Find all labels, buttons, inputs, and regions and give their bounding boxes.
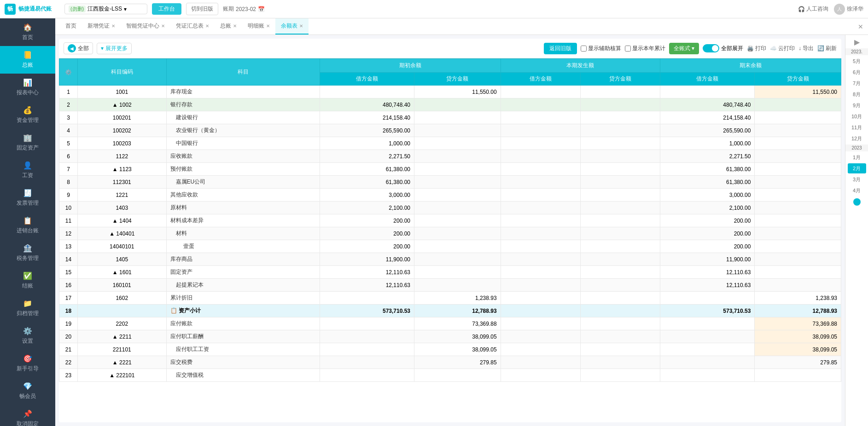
account-name-link[interactable]: 固定资产 [170, 269, 192, 275]
sidebar-item-purchase[interactable]: 📋 进销台账 [0, 212, 55, 239]
export-button[interactable]: ↓ 导出 [798, 45, 814, 52]
workbench-button[interactable]: 工作台 [152, 3, 181, 15]
tab-detail-ledger[interactable]: 明细账 ✕ [242, 18, 275, 35]
account-name-link[interactable]: 建设银行 [176, 114, 198, 121]
tab-voucher-summary-close[interactable]: ✕ [205, 23, 209, 29]
table-row-name[interactable]: 📋 资产小计 [166, 305, 320, 317]
sidebar-item-settings[interactable]: ⚙️ 设置 [0, 322, 55, 350]
col-settings[interactable]: ⚙️ [59, 59, 78, 86]
account-name-link[interactable]: 预付账款 [170, 166, 192, 172]
sidebar-item-fund[interactable]: 💰 资金管理 [0, 101, 55, 129]
account-name-link[interactable]: 中国银行 [176, 140, 198, 146]
account-name-link[interactable]: 应付职工工资 [176, 346, 209, 352]
table-row-name[interactable]: 固定资产 [166, 266, 320, 279]
account-name-link[interactable]: 库存商品 [170, 256, 192, 262]
sidebar-item-invoice[interactable]: 🧾 发票管理 [0, 184, 55, 212]
table-row-name[interactable]: 材料成本差异 [166, 214, 320, 227]
tab-home[interactable]: 首页 [60, 18, 82, 35]
account-name-link[interactable]: 其他应收款 [170, 191, 198, 198]
tab-balance-close[interactable]: ✕ [299, 23, 303, 29]
table-row-name[interactable]: 材料 [166, 227, 320, 240]
sidebar-item-tax[interactable]: 🏦 税务管理 [0, 239, 55, 267]
print-button[interactable]: 🖨️ 打印 [747, 45, 766, 52]
table-row-name[interactable]: 库存商品 [166, 253, 320, 266]
calendar-expand-arrow[interactable]: ▶ [853, 37, 861, 47]
filter-button[interactable]: ◀ 全部 [64, 42, 93, 54]
sidebar-item-report[interactable]: 📊 报表中心 [0, 74, 55, 101]
switch-button[interactable]: 切到旧版 [186, 3, 218, 15]
toggle-switch-control[interactable] [703, 44, 719, 52]
consult-area[interactable]: 🎧 人工咨询 [798, 5, 828, 13]
sidebar-item-checkout[interactable]: ✅ 结账 [0, 267, 55, 294]
table-row-name[interactable]: 库存现金 [166, 86, 320, 98]
account-name-link[interactable]: 材料成本差异 [170, 217, 204, 224]
sidebar-item-salary[interactable]: 👤 工资 [0, 156, 55, 184]
tab-new-voucher-close[interactable]: ✕ [111, 23, 115, 29]
account-name-link[interactable]: 应付账款 [170, 320, 192, 327]
table-row-name[interactable]: 建设银行 [166, 111, 320, 124]
account-name-link[interactable]: 库存现金 [170, 88, 192, 95]
table-row-name[interactable]: 壹蛋 [166, 240, 320, 253]
return-old-button[interactable]: 返回旧版 [544, 43, 577, 54]
cloud-print-button[interactable]: ☁️ 云打印 [770, 45, 795, 52]
account-name-link[interactable]: 累计折旧 [170, 294, 192, 301]
chk-year-accum[interactable] [625, 46, 631, 52]
chk-auxiliary[interactable] [581, 46, 587, 52]
table-row-name[interactable]: 农业银行（黄金） [166, 124, 320, 137]
toggle-expand[interactable]: 全部展开 [703, 44, 743, 52]
account-name-link[interactable]: 农业银行（黄金） [176, 127, 220, 133]
chk-year-accum-label[interactable]: 显示本年累计 [625, 45, 665, 52]
sidebar-item-home[interactable]: 🏠 首页 [0, 18, 55, 46]
account-name-link[interactable]: 壹蛋 [183, 243, 194, 249]
month-5[interactable]: 5月 [848, 56, 866, 66]
month-11[interactable]: 11月 [848, 122, 866, 132]
sidebar-item-guide[interactable]: 🎯 新手引导 [0, 350, 55, 377]
table-row-name[interactable]: 原材料 [166, 201, 320, 214]
tab-detail-ledger-close[interactable]: ✕ [266, 23, 270, 29]
month-7[interactable]: 7月 [848, 78, 866, 88]
tab-voucher-summary[interactable]: 凭证汇总表 ✕ [170, 18, 215, 35]
table-row-name[interactable]: 累计折旧 [166, 292, 320, 305]
table-row-name[interactable]: 其他应收款 [166, 189, 320, 201]
account-name-link[interactable]: 起提累记本 [176, 282, 204, 288]
tab-close-all[interactable]: ✕ [858, 23, 863, 30]
sidebar-item-ledger[interactable]: 📒 总账 [0, 46, 55, 74]
tab-balance[interactable]: 余额表 ✕ [275, 18, 309, 35]
month-12[interactable]: 12月 [848, 133, 866, 144]
expand-button[interactable]: ▾ 展开更多 [97, 43, 132, 54]
sidebar-item-unpin[interactable]: 📌 取消固定 [0, 405, 55, 426]
table-row-name[interactable]: 银行存款 [166, 98, 320, 111]
table-row-name[interactable]: 应付职工薪酬 [166, 330, 320, 343]
account-name-link[interactable]: 应交增值税 [176, 372, 204, 378]
account-name-link[interactable]: 应付职工薪酬 [170, 333, 204, 340]
table-row-name[interactable]: 应交增值税 [166, 369, 320, 382]
tab-smart-voucher[interactable]: 智能凭证中心 ✕ [121, 18, 170, 35]
month-8[interactable]: 8月 [848, 89, 866, 99]
month-2[interactable]: 2月 [848, 163, 866, 173]
account-name-link[interactable]: 应交税费 [170, 359, 192, 365]
account-name-link[interactable]: 原材料 [170, 204, 187, 211]
sidebar-item-asset[interactable]: 🏢 固定资产 [0, 129, 55, 156]
sidebar-item-member[interactable]: 💎 畅会员 [0, 377, 55, 405]
table-row-name[interactable]: 嘉属EU公司 [166, 176, 320, 189]
table-row-name[interactable]: 应付职工工资 [166, 343, 320, 356]
tab-ledger-close[interactable]: ✕ [233, 23, 237, 29]
table-row-name[interactable]: 应付账款 [166, 317, 320, 330]
sidebar-item-archive[interactable]: 📁 归档管理 [0, 294, 55, 322]
account-name-link[interactable]: 应收账款 [170, 153, 192, 159]
tab-smart-voucher-close[interactable]: ✕ [161, 23, 165, 29]
chk-auxiliary-label[interactable]: 显示辅助核算 [581, 45, 621, 52]
month-6[interactable]: 6月 [848, 67, 866, 77]
company-selector[interactable]: (勿删) 江西股金-LSS ▾ [64, 4, 147, 14]
account-name-link[interactable]: 嘉属EU公司 [176, 178, 206, 185]
table-row-name[interactable]: 预付账款 [166, 163, 320, 176]
account-name-link[interactable]: 银行存款 [170, 101, 192, 108]
refresh-button[interactable]: 🔄 刷新 [817, 45, 837, 52]
tab-new-voucher[interactable]: 新增凭证 ✕ [82, 18, 121, 35]
month-10[interactable]: 10月 [848, 111, 866, 121]
table-row-name[interactable]: 应交税费 [166, 356, 320, 369]
account-name-link[interactable]: 材料 [176, 230, 187, 236]
fullmode-button[interactable]: 全账式 ▾ [669, 43, 699, 54]
month-4[interactable]: 4月 [848, 185, 866, 196]
month-9[interactable]: 9月 [848, 100, 866, 110]
